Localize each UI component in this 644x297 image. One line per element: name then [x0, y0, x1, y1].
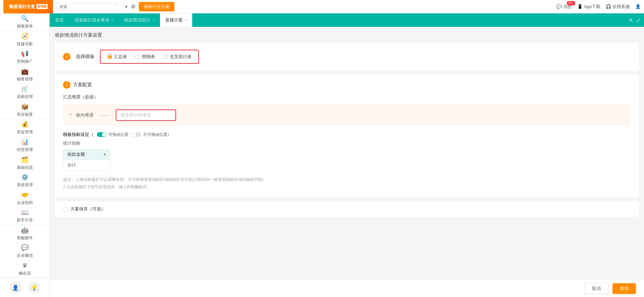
metrics-dropdown-icon[interactable]: ▾: [104, 152, 106, 157]
sidebar-item-guide-label: 新手引导: [17, 217, 33, 223]
sidebar-item-nav[interactable]: 🧭 快捷导航: [0, 31, 49, 49]
messages-item[interactable]: 💬 消息 99+: [556, 4, 572, 10]
trial-button[interactable]: 体验行业方案: [139, 2, 174, 11]
radio-summary-circle: [107, 54, 112, 59]
inventory-icon: 📦: [21, 103, 29, 110]
support-item[interactable]: 🎧 在线客服: [606, 4, 630, 10]
messages-badge: 99+: [567, 1, 575, 5]
basic-icon: 🗂️: [21, 156, 29, 163]
sidebar-item-collab[interactable]: 🤝 企业协同: [0, 190, 49, 207]
required-mark: *: [70, 113, 71, 118]
sidebar-item-collab-label: 企业协同: [17, 200, 33, 206]
toggle-nondraggable-pill[interactable]: [132, 132, 141, 137]
tab-bar: 首页 现金银行流水查询 × 收款情况统计 × 新建方案 × ✕ ⤢: [50, 13, 644, 27]
tab-expand-icon[interactable]: ⤢: [636, 17, 641, 23]
logo-text: 畅捷通好生意: [9, 4, 35, 10]
query-button[interactable]: 查询: [612, 283, 636, 294]
sidebar-item-member-label: 畅会员: [19, 270, 31, 276]
sidebar-item-wechat-label: 企业微信: [17, 253, 33, 258]
metrics-header-row: 模板指标设定（ 可拖动位置 不可拖动位置）: [63, 132, 631, 138]
search-input[interactable]: [56, 3, 117, 10]
metrics-column-header: 收款金额: [67, 151, 85, 157]
finance-icon: 💰: [21, 120, 29, 128]
user-avatar[interactable]: 👤: [635, 4, 641, 9]
management-icon: 📊: [21, 138, 29, 146]
metrics-header-label: 模板指标设定（: [63, 132, 94, 138]
sidebar-item-system-label: 系统管理: [17, 182, 33, 188]
sidebar-bottom-icon2[interactable]: 💡: [28, 282, 40, 294]
tab-newplan[interactable]: 新建方案 ×: [160, 13, 192, 27]
sidebar-item-hardware[interactable]: 🤖 智能硬件: [0, 225, 49, 243]
sidebar-item-sales[interactable]: 💼 销售管理: [0, 66, 49, 84]
toggle-draggable-pill[interactable]: [97, 132, 106, 137]
sidebar-item-marketing-label: 营销推广: [17, 59, 33, 64]
sidebar-item-basic[interactable]: 🗂️ 基础信息: [0, 154, 49, 172]
collab-icon: 🤝: [21, 191, 29, 199]
sidebar: 🔍 搜索菜单 🧭 快捷导航 📢 营销推广 💼 销售管理 🛒 采购管理 📦 库存核…: [0, 13, 50, 297]
stats-label: 统计指标: [63, 140, 631, 146]
sidebar-item-marketing[interactable]: 📢 营销推广: [0, 49, 49, 66]
sidebar-item-purchase-label: 采购管理: [17, 94, 33, 100]
tips-section: 提示： 1.拖动标题栏可以调整布局，不可跨维度或指标区域拖动栏目字段(只能在同一…: [63, 176, 631, 191]
tab-cashflow[interactable]: 现金银行流水查询 ×: [69, 13, 119, 27]
toggle-nondraggable[interactable]: 不可拖动位置）: [132, 132, 171, 138]
marketing-icon: 📢: [21, 50, 29, 57]
sidebar-item-finance-label: 资金管理: [17, 129, 33, 135]
tab-receivables-close[interactable]: ×: [152, 18, 154, 22]
tab-receivables[interactable]: 收款情况统计 ×: [119, 13, 160, 27]
header-search-area: [56, 3, 123, 10]
radio-summary[interactable]: 汇总表: [107, 54, 127, 60]
sidebar-item-finance[interactable]: 💰 资金管理: [0, 119, 49, 137]
tab-home[interactable]: 首页: [50, 13, 69, 27]
toggle-draggable-label: 可拖动位置: [108, 132, 128, 138]
step1-badge: 1: [63, 53, 70, 60]
dimension-select[interactable]: 请选择分组维度: [116, 109, 176, 121]
sidebar-bottom: 👤 💡: [0, 278, 49, 297]
sidebar-item-management[interactable]: 📊 经营管理: [0, 137, 49, 155]
metrics-table-header: 收款金额 ▾: [63, 149, 110, 160]
search-dropdown-icon[interactable]: ▾: [125, 4, 127, 9]
tab-cashflow-close[interactable]: ×: [111, 18, 113, 22]
step2-badge: 2: [63, 81, 70, 89]
search-menu-icon: 🔍: [21, 15, 29, 22]
sidebar-item-guide[interactable]: 📖 新手引导: [0, 207, 49, 225]
radio-cross-circle: [163, 54, 168, 59]
metrics-table: 收款金额 ▾ 合计: [63, 149, 110, 171]
main-content: 收款情况统计方案设置 1 选择模板 汇总表 明细表 交叉统计表: [50, 27, 644, 297]
step1-row: 1 选择模板 汇总表 明细表 交叉统计表: [63, 50, 631, 64]
dimension-area: * 纵向维度 —— 请选择分组维度: [63, 104, 631, 126]
radio-detail-circle: [135, 54, 140, 59]
save-checkbox[interactable]: [63, 207, 68, 211]
sidebar-item-inventory[interactable]: 📦 库存核算: [0, 102, 49, 119]
sidebar-item-sales-label: 销售管理: [17, 77, 33, 82]
sales-icon: 💼: [21, 68, 29, 75]
radio-detail-label: 明细表: [142, 54, 155, 60]
step2-card: 2 方案配置 汇总维度（必选） * 纵向维度 —— 请选择分组维度 模板指标设定…: [55, 75, 639, 197]
sidebar-item-member[interactable]: ♛ 畅会员: [0, 260, 49, 278]
tips-line2: 2.点击标题栏下拉可设置排序、插入列和删除列: [63, 184, 631, 191]
cancel-button[interactable]: 取消: [584, 283, 608, 294]
download-icon: 📱: [577, 4, 583, 9]
radio-detail[interactable]: 明细表: [135, 54, 155, 60]
header-right: 💬 消息 99+ 📱 App下载 🎧 在线客服 👤: [556, 4, 641, 10]
sidebar-item-search[interactable]: 🔍 搜索菜单: [0, 13, 49, 31]
wechat-icon: 💬: [21, 244, 29, 251]
sidebar-item-purchase[interactable]: 🛒 采购管理: [0, 84, 49, 102]
download-label: App下载: [584, 4, 600, 10]
tab-receivables-label: 收款情况统计: [124, 17, 150, 23]
settings-icon[interactable]: ⚙: [131, 3, 136, 10]
sidebar-item-management-label: 经营管理: [17, 147, 33, 153]
radio-cross[interactable]: 交叉统计表: [163, 54, 192, 60]
template-selection: 汇总表 明细表 交叉统计表: [100, 50, 199, 64]
sidebar-item-system[interactable]: ⚙️ 系统管理: [0, 172, 49, 190]
tab-newplan-close[interactable]: ×: [185, 18, 187, 22]
headset-icon: 🎧: [606, 4, 611, 9]
tab-close-icon[interactable]: ✕: [629, 17, 633, 23]
support-label: 在线客服: [612, 4, 630, 10]
sidebar-item-wechat[interactable]: 💬 企业微信: [0, 243, 49, 260]
download-item[interactable]: 📱 App下载: [577, 4, 600, 10]
tab-actions: ✕ ⤢: [629, 17, 644, 23]
step2-label: 方案配置: [73, 82, 92, 88]
toggle-draggable[interactable]: 可拖动位置: [97, 132, 128, 138]
sidebar-bottom-icon1[interactable]: 👤: [9, 282, 21, 294]
